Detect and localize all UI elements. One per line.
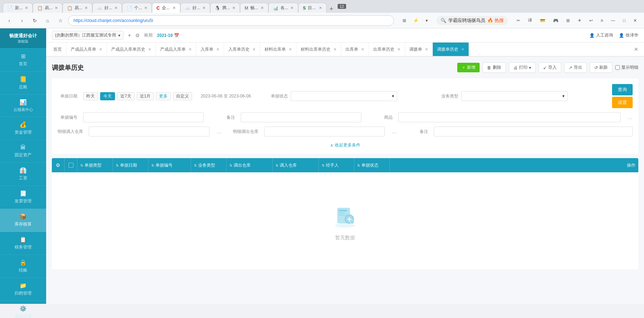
app-tab-products-in2-close[interactable]: ✕ — [189, 47, 192, 52]
undo-icon[interactable]: ↩ — [586, 17, 596, 24]
query-button[interactable]: 查询 — [612, 84, 633, 95]
refresh-button[interactable]: ↻ — [30, 16, 40, 26]
date-btn-custom[interactable]: 自定义 — [173, 92, 192, 100]
app-tab-stock-out-close[interactable]: ✕ — [361, 47, 364, 52]
app-tab-products-in2[interactable]: 产成品入库单 ✕ — [156, 43, 196, 56]
new-button[interactable]: ＋ 新增 — [457, 63, 480, 72]
period-value[interactable]: 2021-10 📅 — [157, 33, 179, 38]
app-tab-stock-in-history-close[interactable]: ✕ — [252, 47, 256, 52]
close-window-icon[interactable]: ✕ — [631, 17, 640, 24]
dropdown-nav[interactable]: ▾ — [423, 17, 431, 24]
delete-button[interactable]: 🗑 删除 — [482, 62, 506, 73]
th-status[interactable]: ⇅ 单据状态 — [354, 158, 390, 172]
sidebar-item-reports[interactable]: 📊 云报表中心 — [0, 95, 46, 117]
sidebar-item-finance[interactable]: 💰 资金管理 — [0, 117, 46, 140]
refresh-button[interactable]: ↺ 刷新 — [590, 62, 612, 73]
app-tab-stock-in-close[interactable]: ✕ — [216, 47, 219, 52]
tab-close[interactable]: ✕ — [202, 6, 206, 10]
browser-tab-4[interactable]: ☁️ 好... ✕ — [92, 3, 122, 13]
th-person[interactable]: ⇅ 经手人 — [319, 158, 354, 172]
menu-icon[interactable]: ≡ — [598, 17, 606, 24]
tab-close[interactable]: ✕ — [290, 6, 294, 10]
extensions-icon[interactable]: ⊞ — [400, 17, 409, 24]
game-icon[interactable]: 🎮 — [550, 17, 561, 24]
new-tab-button[interactable]: + — [327, 5, 336, 13]
tab-close[interactable]: ✕ — [319, 6, 322, 10]
app-tab-stock-out[interactable]: 出库单 ✕ — [341, 43, 369, 56]
sidebar-item-inventory[interactable]: 📦 库存核算 — [0, 209, 46, 232]
th-gear[interactable]: ⚙ — [52, 158, 65, 172]
filter-goods-input[interactable] — [398, 112, 621, 122]
th-to[interactable]: ⇅ 调入仓库 — [273, 158, 319, 172]
app-tab-material-out-history-close[interactable]: ✕ — [333, 47, 337, 52]
browser-tab-2[interactable]: 📋 易... ✕ — [33, 3, 62, 13]
app-tab-transfer-history-close[interactable]: ✕ — [461, 47, 464, 52]
scissors-icon[interactable]: ✂ — [514, 17, 523, 24]
user-info[interactable]: 👤 徐泽华 — [619, 32, 638, 38]
date-btn-yesterday[interactable]: 昨天 — [83, 92, 98, 100]
back-button[interactable]: ‹ — [4, 16, 14, 26]
browser-tab-6[interactable]: C 企... ✕ — [152, 3, 180, 13]
th-date[interactable]: ⇅ 单据日期 — [113, 158, 148, 172]
tab-close[interactable]: ✕ — [25, 6, 28, 10]
th-from[interactable]: ⇅ 调出仓库 — [227, 158, 273, 172]
sidebar-item-invoice[interactable]: 🧾 发票管理 — [0, 186, 46, 209]
settings-button[interactable]: 设置 — [612, 97, 633, 108]
tab-close[interactable]: ✕ — [84, 6, 88, 10]
filter-warehouse-out-dots[interactable]: … — [392, 129, 397, 134]
print-button[interactable]: 🖨 打印 ▾ — [509, 62, 536, 73]
tab-close[interactable]: ✕ — [55, 6, 58, 10]
sidebar-item-assets[interactable]: 🏛 固定资产 — [0, 140, 46, 163]
browser-tab-9[interactable]: M 畅... ✕ — [240, 3, 268, 13]
address-input[interactable] — [68, 15, 394, 26]
filter-number-input[interactable] — [83, 112, 204, 122]
browser-tab-11[interactable]: S 目... ✕ — [298, 3, 327, 13]
app-tab-stock-in-history[interactable]: 入库单历史 ✕ — [224, 43, 260, 56]
minimize-icon[interactable]: — — [608, 17, 618, 24]
filter-warehouse-in-dots[interactable]: … — [217, 129, 222, 134]
browser-tab-8[interactable]: 🐧 腾... ✕ — [210, 3, 240, 13]
forward-button[interactable]: › — [17, 16, 27, 26]
sidebar-item-home[interactable]: ⊞ 首页 — [0, 49, 46, 72]
bookmark-button[interactable]: ☆ — [55, 16, 65, 26]
filter-note2-input[interactable] — [434, 127, 633, 136]
app-tab-stock-out-history-close[interactable]: ✕ — [397, 47, 400, 52]
tab-close[interactable]: ✕ — [173, 6, 176, 10]
sidebar-item-archive[interactable]: 📁 归档管理 — [0, 278, 46, 301]
header-checkbox[interactable] — [69, 163, 73, 168]
sidebar-item-ledger[interactable]: 📒 总账 — [0, 72, 46, 95]
close-all-tabs-button[interactable]: ✕ — [631, 46, 641, 52]
app-tab-stock-in[interactable]: 入库单 ✕ — [196, 43, 224, 56]
brightness-icon[interactable]: ☀ — [575, 17, 584, 24]
app-tab-products-in[interactable]: 产成品入库单 ✕ — [66, 43, 107, 56]
browser-tab-10[interactable]: 📊 各... ✕ — [268, 3, 298, 13]
browser-tab-1[interactable]: 📄 新... ✕ — [3, 3, 33, 13]
company-selector[interactable]: (勿删勿禁用）江西服宝测试专用 ▾ — [52, 31, 124, 40]
date-btn-7days[interactable]: 近7天 — [117, 92, 135, 100]
maximize-icon[interactable]: □ — [620, 17, 628, 24]
gear-icon[interactable]: ⚙ — [56, 162, 60, 168]
consultant-btn[interactable]: 👤 人工咨询 — [589, 32, 613, 38]
collapse-button[interactable]: ∧ 收起更多条件 — [330, 142, 360, 148]
browser-tab-3[interactable]: 📋 易... ✕ — [62, 3, 92, 13]
app-tab-products-in-history-close[interactable]: ✕ — [148, 47, 151, 52]
app-tab-stock-out-history[interactable]: 出库单历史 ✕ — [369, 43, 405, 56]
browser-tab-7[interactable]: ☁️ 好... ✕ — [180, 3, 210, 13]
app-tab-products-in-close[interactable]: ✕ — [99, 47, 102, 52]
th-type[interactable]: ⇅ 单据类型 — [77, 158, 113, 172]
app-tab-material-out[interactable]: 材料出库单 ✕ — [260, 43, 296, 56]
filter-warehouse-out-input[interactable] — [264, 127, 385, 136]
tab-close[interactable]: ✕ — [144, 6, 147, 10]
filter-goods-dots[interactable]: … — [628, 115, 633, 120]
filter-note-input[interactable] — [241, 112, 361, 122]
import-button[interactable]: ↙ 导入 — [539, 62, 561, 73]
sidebar-item-tax[interactable]: 📋 税务管理 — [0, 232, 46, 255]
app-tab-transfer-close[interactable]: ✕ — [425, 47, 428, 52]
date-btn-today[interactable]: 今天 — [100, 92, 115, 100]
tab-close[interactable]: ✕ — [232, 6, 235, 10]
app-tab-material-out-close[interactable]: ✕ — [289, 47, 292, 52]
wallet-icon[interactable]: 💳 — [537, 17, 548, 24]
app-tab-home[interactable]: 首页 — [49, 43, 66, 56]
tab-close[interactable]: ✕ — [114, 6, 118, 10]
filter-biz-select[interactable]: ▾ — [461, 91, 568, 101]
